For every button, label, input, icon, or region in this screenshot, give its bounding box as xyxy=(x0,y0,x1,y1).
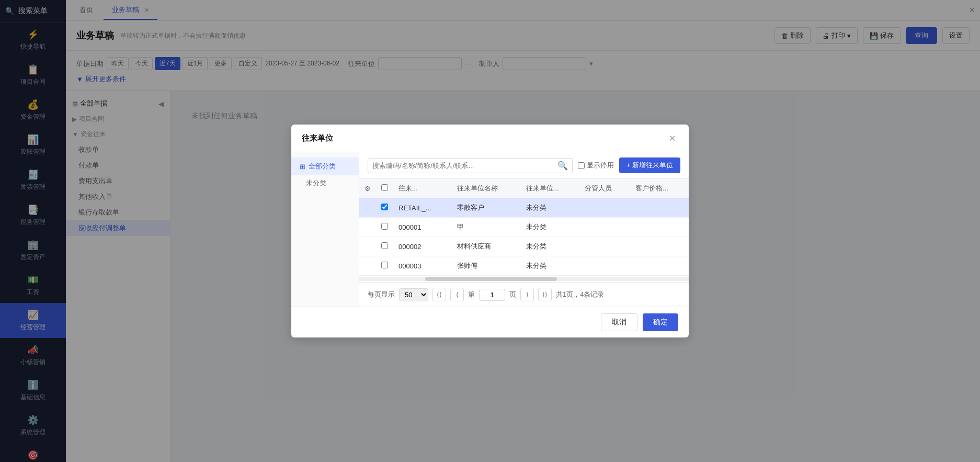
show-disabled-checkbox-label[interactable]: 显示停用 xyxy=(578,161,614,170)
per-page-label: 每页显示 xyxy=(368,290,395,299)
dialog-table: ⚙ 往来... 往来单位名称 往来单位... 分管人员 客户价格... xyxy=(359,179,689,282)
dialog-sidebar: ⊞ 全部分类 未分类 xyxy=(291,152,359,307)
page-input[interactable] xyxy=(479,289,505,301)
scrollbar-thumb[interactable] xyxy=(425,277,557,281)
dialog-overlay[interactable]: 往来单位 ✕ ⊞ 全部分类 未分类 🔍 xyxy=(0,0,980,462)
dialog-main: 🔍 显示停用 + 新增往来单位 ⚙ xyxy=(359,152,689,307)
dialog-title: 往来单位 xyxy=(302,133,333,143)
dialog-footer-actions: 取消 确定 xyxy=(291,307,689,337)
row-code: 000001 xyxy=(393,218,452,237)
table-row[interactable]: 000002 材料供应商 未分类 xyxy=(359,237,689,256)
dialog-pagination: 每页显示 50 10 20 100 ⟨⟨ ⟨ 第 页 ⟩ ⟩⟩ 共1页，4条记录 xyxy=(359,282,689,307)
dialog-sidebar-uncategorized-label: 未分类 xyxy=(306,179,326,187)
page-last-button[interactable]: ⟩⟩ xyxy=(538,288,552,301)
page-next-button[interactable]: ⟩ xyxy=(520,288,534,301)
search-input[interactable] xyxy=(372,162,554,170)
row-checkbox-4[interactable] xyxy=(381,262,388,268)
row-manager xyxy=(579,237,630,256)
dialog-sidebar-uncategorized[interactable]: 未分类 xyxy=(291,175,359,191)
search-icon: 🔍 xyxy=(557,161,568,171)
row-checkbox-2[interactable] xyxy=(381,223,388,230)
row-settings-icon xyxy=(359,198,376,218)
partner-dialog: 往来单位 ✕ ⊞ 全部分类 未分类 🔍 xyxy=(291,125,689,337)
row-manager xyxy=(579,218,630,237)
row-checkbox-3[interactable] xyxy=(381,242,388,249)
row-category: 未分类 xyxy=(521,218,579,237)
row-settings-icon xyxy=(359,218,376,237)
row-price xyxy=(630,237,689,256)
row-price xyxy=(630,198,689,218)
page-unit: 页 xyxy=(509,290,516,299)
row-category: 未分类 xyxy=(521,256,579,276)
row-code: 000002 xyxy=(393,237,452,256)
dialog-header: 往来单位 ✕ xyxy=(291,125,689,152)
table-row[interactable]: 000003 张师傅 未分类 xyxy=(359,256,689,276)
row-name: 零散客户 xyxy=(452,198,521,218)
row-manager xyxy=(579,198,630,218)
confirm-button[interactable]: 确定 xyxy=(643,313,678,331)
row-category: 未分类 xyxy=(521,237,579,256)
search-box[interactable]: 🔍 xyxy=(368,158,573,173)
grid-small-icon: ⊞ xyxy=(300,163,305,171)
cancel-button[interactable]: 取消 xyxy=(601,313,637,331)
horizontal-scrollbar[interactable] xyxy=(359,277,689,281)
row-settings-icon xyxy=(359,237,376,256)
row-code: RETAIL_... xyxy=(393,198,452,218)
col-settings[interactable]: ⚙ xyxy=(359,179,376,198)
row-checkbox-1[interactable] xyxy=(381,204,388,210)
dialog-sidebar-all[interactable]: ⊞ 全部分类 xyxy=(291,157,359,175)
table-row[interactable]: 000001 甲 未分类 xyxy=(359,218,689,237)
page-label: 第 xyxy=(468,290,475,299)
dialog-sidebar-all-label: 全部分类 xyxy=(309,162,336,171)
row-category: 未分类 xyxy=(521,198,579,218)
row-settings-icon xyxy=(359,256,376,276)
row-name: 甲 xyxy=(452,218,521,237)
col-code: 往来... xyxy=(393,179,452,198)
dialog-toolbar: 🔍 显示停用 + 新增往来单位 xyxy=(359,152,689,179)
row-name: 张师傅 xyxy=(452,256,521,276)
settings-icon: ⚙ xyxy=(364,185,371,193)
row-price xyxy=(630,218,689,237)
row-code: 000003 xyxy=(393,256,452,276)
row-manager xyxy=(579,256,630,276)
col-category: 往来单位... xyxy=(521,179,579,198)
total-info: 共1页，4条记录 xyxy=(556,290,604,299)
dialog-body: ⊞ 全部分类 未分类 🔍 显示停用 xyxy=(291,152,689,307)
row-name: 材料供应商 xyxy=(452,237,521,256)
row-price xyxy=(630,256,689,276)
page-first-button[interactable]: ⟨⟨ xyxy=(432,288,446,301)
add-partner-button[interactable]: + 新增往来单位 xyxy=(619,157,680,173)
show-disabled-checkbox[interactable] xyxy=(578,162,585,169)
col-manager: 分管人员 xyxy=(579,179,630,198)
col-price: 客户价格... xyxy=(630,179,689,198)
col-checkbox xyxy=(376,179,393,198)
per-page-select[interactable]: 50 10 20 100 xyxy=(399,288,428,301)
show-disabled-label: 显示停用 xyxy=(587,161,614,170)
page-prev-button[interactable]: ⟨ xyxy=(450,288,464,301)
select-all-checkbox[interactable] xyxy=(381,184,388,191)
dialog-close-button[interactable]: ✕ xyxy=(666,132,678,144)
table-header-row: ⚙ 往来... 往来单位名称 往来单位... 分管人员 客户价格... xyxy=(359,179,689,198)
col-name: 往来单位名称 xyxy=(452,179,521,198)
table-row[interactable]: RETAIL_... 零散客户 未分类 xyxy=(359,198,689,218)
